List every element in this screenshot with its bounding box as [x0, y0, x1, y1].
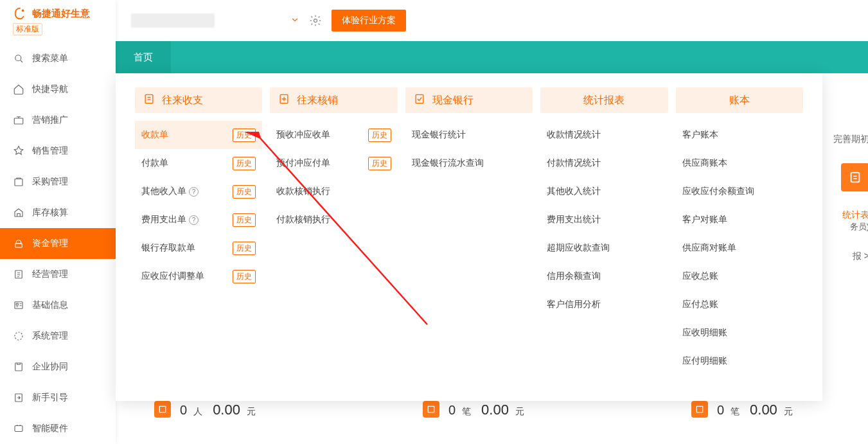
sidebar: 畅捷通好生意 标准版 搜索菜单快捷导航营销推广销售管理采购管理库存核算资金管理经… — [0, 0, 116, 444]
flyout-item[interactable]: 付款单历史 — [135, 149, 262, 177]
sidebar-item-0[interactable]: 搜索菜单 — [0, 43, 116, 74]
stat-block-0: 0人0.00元 — [154, 401, 256, 418]
history-tag[interactable]: 历史 — [368, 157, 391, 170]
flyout-item[interactable]: 供应商账本 — [676, 149, 803, 177]
flyout-item-label: 超期应收款查询 — [547, 242, 610, 254]
history-tag[interactable]: 历史 — [233, 185, 256, 199]
flyout-item[interactable]: 费用支出统计 — [540, 206, 668, 234]
sidebar-item-4[interactable]: 采购管理 — [0, 166, 116, 197]
flyout-item-label: 收款单 — [141, 129, 168, 141]
sidebar-item-icon — [13, 145, 24, 157]
flyout-item-label: 费用支出统计 — [547, 214, 601, 226]
flyout-item[interactable]: 客户账本 — [676, 121, 803, 149]
stat-unit: 笔 — [462, 406, 471, 418]
svg-point-1 — [15, 55, 21, 61]
stat-amount: 0.00 — [750, 402, 777, 418]
funds-mega-menu: 往来收支收款单历史付款单历史其他收入单?历史费用支出单?历史银行存取款单历史应收… — [116, 73, 822, 401]
org-dropdown-caret[interactable] — [290, 15, 299, 26]
flyout-item[interactable]: 供应商对账单 — [676, 234, 803, 262]
flyout-item[interactable]: 客户信用分析 — [540, 290, 668, 319]
flyout-item-label: 费用支出单? — [141, 214, 199, 226]
sidebar-item-7[interactable]: 经营管理 — [0, 259, 116, 290]
flyout-item[interactable]: 银行存取款单历史 — [135, 234, 262, 262]
help-icon[interactable]: ? — [189, 187, 199, 197]
sidebar-item-label: 智能硬件 — [32, 423, 68, 434]
flyout-item[interactable]: 应收应付余额查询 — [676, 177, 803, 206]
sidebar-item-icon — [13, 269, 24, 280]
flyout-item[interactable]: 预付冲应付单历史 — [270, 149, 397, 177]
history-tag[interactable]: 历史 — [368, 129, 391, 142]
report-more-link[interactable]: 报 > — [853, 248, 868, 265]
flyout-col-3: 统计报表收款情况统计付款情况统计其他收入统计费用支出统计超期应收款查询信用余额查… — [540, 87, 668, 387]
tab-home[interactable]: 首页 — [116, 41, 171, 73]
col-header-title: 统计报表 — [583, 94, 624, 107]
history-tag[interactable]: 历史 — [233, 242, 256, 255]
flyout-item[interactable]: 现金银行统计 — [405, 121, 533, 149]
svg-point-12 — [314, 19, 317, 22]
tab-strip: 首页 — [116, 41, 868, 73]
flyout-item[interactable]: 其他收入单?历史 — [135, 177, 262, 206]
flyout-item[interactable]: 应收总账 — [676, 262, 803, 290]
topbar: 体验行业方案 — [116, 0, 868, 41]
flyout-item[interactable]: 客户对账单 — [676, 206, 803, 234]
sidebar-item-8[interactable]: 基础信息 — [0, 290, 116, 321]
sidebar-item-10[interactable]: 企业协同 — [0, 351, 116, 382]
sidebar-item-1[interactable]: 快捷导航 — [0, 74, 116, 105]
experience-plan-button[interactable]: 体验行业方案 — [332, 10, 406, 31]
stat-number: 0 — [717, 403, 724, 418]
help-icon[interactable]: ? — [189, 215, 199, 225]
flyout-item-label: 预付冲应付单 — [276, 157, 330, 169]
svg-rect-2 — [14, 118, 23, 124]
flyout-item[interactable]: 收款单历史 — [135, 121, 262, 149]
flyout-item[interactable]: 费用支出单?历史 — [135, 206, 262, 234]
flyout-item[interactable]: 信用余额查询 — [540, 262, 668, 290]
flyout-item[interactable]: 现金银行流水查询 — [405, 149, 533, 177]
flyout-item[interactable]: 应收明细账 — [676, 319, 803, 347]
stat-icon — [423, 401, 439, 418]
history-tag[interactable]: 历史 — [233, 129, 256, 142]
sidebar-item-label: 库存核算 — [32, 207, 68, 218]
flyout-item-label: 应收总账 — [682, 271, 718, 282]
brand-name: 畅捷通好生意 — [32, 8, 90, 20]
svg-rect-3 — [15, 179, 22, 186]
stat-block-1: 0笔0.00元 — [423, 401, 524, 418]
flyout-item[interactable]: 其他收入统计 — [540, 177, 668, 206]
sidebar-item-2[interactable]: 营销推广 — [0, 105, 116, 136]
sidebar-item-label: 系统管理 — [32, 330, 68, 342]
flyout-item-label: 应收应付余额查询 — [682, 186, 754, 197]
svg-rect-11 — [15, 426, 22, 432]
flyout-item[interactable]: 应收应付调整单历史 — [135, 262, 262, 290]
flyout-item-label: 应收明细账 — [682, 327, 727, 339]
history-tag[interactable]: 历史 — [233, 157, 256, 170]
floating-report-icon[interactable] — [841, 163, 868, 191]
sidebar-item-5[interactable]: 库存核算 — [0, 197, 116, 228]
complete-opening-link[interactable]: 完善期初 — [833, 131, 868, 148]
edition-label: 标准版 — [13, 23, 42, 35]
sidebar-item-9[interactable]: 系统管理 — [0, 321, 116, 351]
history-tag[interactable]: 历史 — [233, 213, 256, 227]
settings-gear-icon[interactable] — [308, 13, 323, 28]
flyout-item[interactable]: 付款情况统计 — [540, 149, 668, 177]
sidebar-item-6[interactable]: 资金管理 — [0, 228, 116, 259]
stats-row: 0人0.00元0笔0.00元0笔0.00元 — [154, 401, 855, 418]
flyout-item-label: 现金银行统计 — [412, 129, 466, 141]
flyout-item[interactable]: 收款情况统计 — [540, 121, 668, 149]
flyout-item[interactable]: 收款核销执行 — [270, 177, 397, 206]
svg-rect-7 — [16, 303, 18, 305]
flyout-item[interactable]: 应付明细账 — [676, 347, 803, 375]
flyout-item[interactable]: 超期应收款查询 — [540, 234, 668, 262]
history-tag[interactable]: 历史 — [233, 270, 256, 283]
flyout-item[interactable]: 预收冲应收单历史 — [270, 121, 397, 149]
flyout-item-label: 应收应付调整单 — [141, 271, 204, 282]
sidebar-item-3[interactable]: 销售管理 — [0, 136, 116, 166]
stats-hint[interactable]: 统计表 务员) — [842, 209, 868, 233]
flyout-item-label: 供应商对账单 — [682, 242, 736, 254]
sidebar-item-12[interactable]: 智能硬件 — [0, 413, 116, 444]
flyout-item[interactable]: 应付总账 — [676, 290, 803, 319]
sidebar-item-label: 销售管理 — [32, 145, 68, 157]
sidebar-item-11[interactable]: 新手引导 — [0, 382, 116, 413]
sidebar-item-icon — [13, 330, 24, 342]
flyout-col-header: 统计报表 — [540, 87, 668, 113]
stat-unit: 人 — [193, 406, 202, 418]
flyout-item[interactable]: 付款核销执行 — [270, 206, 397, 234]
